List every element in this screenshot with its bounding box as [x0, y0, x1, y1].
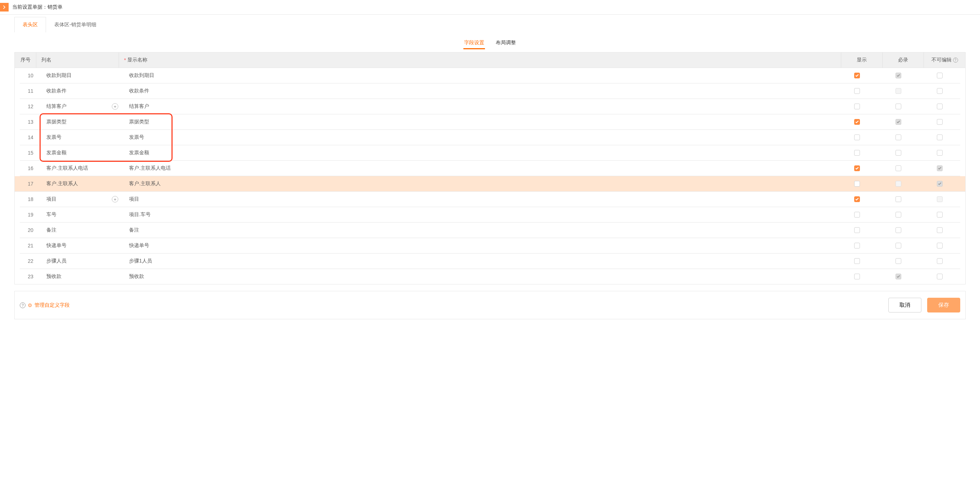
table-row[interactable]: 21快递单号快递单号 — [20, 238, 960, 253]
table-row[interactable]: 10收款到期日收款到期日 — [20, 68, 960, 83]
checkbox-show[interactable] — [854, 196, 860, 202]
table-row[interactable]: 12结算客户+结算客户 — [20, 99, 960, 115]
checkbox-show[interactable] — [854, 119, 860, 125]
table-row[interactable]: 14发票号发票号 — [20, 130, 960, 145]
footer-left: ? ⚙ 管理自定义字段 — [20, 302, 70, 309]
checkbox-show[interactable] — [854, 150, 860, 156]
help-icon[interactable]: ? — [953, 57, 958, 62]
checkbox-required[interactable] — [896, 150, 901, 156]
tab-primary-0[interactable]: 表头区 — [14, 17, 46, 32]
tabs-secondary: 字段设置布局调整 — [0, 37, 980, 49]
table-row[interactable]: 15发票金额发票金额 — [20, 145, 960, 161]
checkbox-show[interactable] — [854, 243, 860, 248]
row-display-name[interactable]: 备注 — [124, 223, 836, 238]
tab-secondary-1[interactable]: 布局调整 — [495, 37, 517, 49]
checkbox-readonly[interactable] — [937, 73, 943, 78]
checkbox-required[interactable] — [896, 243, 901, 248]
row-display-name[interactable]: 客户.主联系人 — [124, 176, 836, 191]
row-idx: 19 — [20, 207, 41, 222]
table-row[interactable]: 22步骤人员步骤1人员 — [20, 253, 960, 269]
row-name-label: 项目 — [46, 196, 56, 202]
checkbox-readonly[interactable] — [937, 274, 943, 279]
table-row[interactable]: 13票据类型票据类型 — [20, 115, 960, 130]
checkbox-show[interactable] — [854, 134, 860, 140]
cell-required — [878, 192, 919, 207]
checkbox-show[interactable] — [854, 274, 860, 279]
checkbox-readonly[interactable] — [937, 134, 943, 140]
expand-panel-button[interactable] — [0, 3, 9, 11]
row-display-name[interactable]: 发票号 — [124, 130, 836, 145]
table-row[interactable]: 16客户.主联系人电话客户.主联系人电话 — [20, 161, 960, 176]
cell-required — [878, 130, 919, 145]
tab-primary-1[interactable]: 表体区-销货单明细 — [46, 17, 105, 32]
row-display-name[interactable]: 步骤1人员 — [124, 253, 836, 269]
cell-readonly — [919, 192, 960, 207]
row-display-name[interactable]: 收款到期日 — [124, 68, 836, 83]
row-idx: 11 — [20, 83, 41, 99]
row-idx: 14 — [20, 130, 41, 145]
row-display-name[interactable]: 收款条件 — [124, 83, 836, 99]
table-row[interactable]: 18项目+项目 — [20, 192, 960, 207]
checkbox-readonly — [937, 181, 943, 186]
cell-required — [878, 253, 919, 269]
table-row[interactable]: 20备注备注 — [20, 223, 960, 238]
table-row[interactable]: 17客户.主联系人客户.主联系人 — [15, 176, 965, 192]
checkbox-show[interactable] — [854, 258, 860, 264]
row-name: 票据类型 — [41, 115, 124, 129]
checkbox-readonly[interactable] — [937, 103, 943, 109]
row-display-name[interactable]: 结算客户 — [124, 99, 836, 114]
col-header-idx: 序号 — [15, 53, 36, 68]
cell-readonly — [919, 207, 960, 222]
checkbox-show[interactable] — [854, 88, 860, 94]
row-display-name[interactable]: 票据类型 — [124, 115, 836, 129]
row-display-name[interactable]: 快递单号 — [124, 238, 836, 253]
table-row[interactable]: 11收款条件收款条件 — [20, 83, 960, 99]
checkbox-required[interactable] — [896, 134, 901, 140]
row-display-name[interactable]: 项目 — [124, 192, 836, 207]
cell-show — [836, 269, 878, 284]
checkbox-readonly[interactable] — [937, 212, 943, 218]
checkbox-readonly[interactable] — [937, 227, 943, 233]
checkbox-readonly[interactable] — [937, 119, 943, 125]
row-name: 预收款 — [41, 269, 124, 284]
add-sub-field-button[interactable]: + — [112, 103, 118, 110]
checkbox-readonly[interactable] — [937, 150, 943, 156]
row-display-name[interactable]: 客户.主联系人电话 — [124, 161, 836, 176]
row-idx: 16 — [20, 161, 41, 176]
checkbox-show[interactable] — [854, 181, 860, 186]
checkbox-required — [896, 274, 901, 279]
checkbox-required[interactable] — [896, 212, 901, 218]
checkbox-show[interactable] — [854, 212, 860, 218]
col-header-required: 必录 — [883, 53, 924, 68]
checkbox-show[interactable] — [854, 166, 860, 171]
row-idx: 10 — [20, 68, 41, 83]
checkbox-readonly[interactable] — [937, 88, 943, 94]
save-button[interactable]: 保存 — [927, 298, 960, 312]
manage-custom-fields-link[interactable]: 管理自定义字段 — [35, 302, 70, 309]
row-name: 结算客户+ — [41, 99, 124, 114]
row-name: 项目+ — [41, 192, 124, 207]
question-icon[interactable]: ? — [20, 302, 25, 308]
checkbox-required[interactable] — [896, 103, 901, 109]
checkbox-required[interactable] — [896, 258, 901, 264]
checkbox-show[interactable] — [854, 103, 860, 109]
row-display-name[interactable]: 预收款 — [124, 269, 836, 284]
checkbox-show[interactable] — [854, 227, 860, 233]
checkbox-required[interactable] — [896, 196, 901, 202]
checkbox-show[interactable] — [854, 73, 860, 78]
cell-show — [836, 253, 878, 269]
cell-readonly — [919, 176, 960, 191]
cancel-button[interactable]: 取消 — [888, 298, 921, 312]
checkbox-readonly[interactable] — [937, 243, 943, 248]
add-sub-field-button[interactable]: + — [112, 196, 118, 202]
row-display-name[interactable]: 发票金额 — [124, 145, 836, 160]
tab-secondary-0[interactable]: 字段设置 — [463, 37, 485, 49]
table-row[interactable]: 19车号项目.车号 — [20, 207, 960, 223]
checkbox-required[interactable] — [896, 227, 901, 233]
table-row[interactable]: 23预收款预收款 — [20, 269, 960, 284]
cell-readonly — [919, 253, 960, 269]
row-display-name[interactable]: 项目.车号 — [124, 207, 836, 222]
tabs-primary: 表头区表体区-销货单明细 — [14, 17, 980, 32]
checkbox-required[interactable] — [896, 166, 901, 171]
checkbox-readonly[interactable] — [937, 258, 943, 264]
